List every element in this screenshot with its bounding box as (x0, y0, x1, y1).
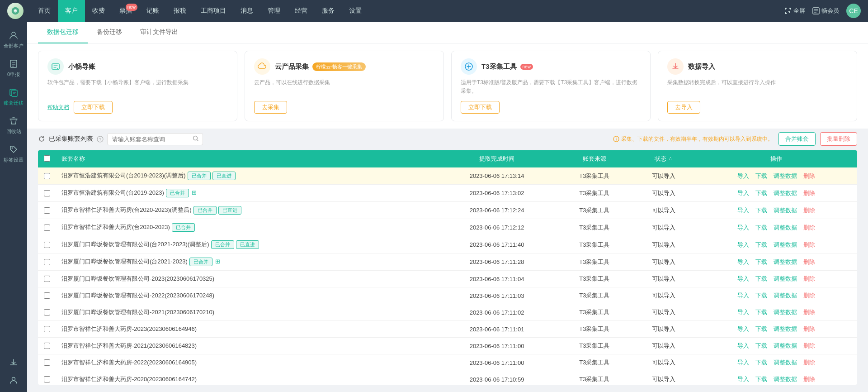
nav-home[interactable]: 首页 (31, 0, 58, 22)
row-import-link[interactable]: 导入 (737, 292, 749, 300)
card-import-go-btn[interactable]: 去导入 (667, 101, 700, 114)
sidebar-item-recycle[interactable]: 回收站 (0, 111, 27, 139)
row-adjust-link[interactable]: 调整数据 (774, 206, 797, 215)
row-download-link[interactable]: 下载 (755, 325, 767, 333)
sidebar-item-tag-settings[interactable]: 标签设置 (0, 139, 27, 168)
row-delete-link[interactable]: 删除 (803, 224, 815, 232)
nav-tax[interactable]: 报税 (166, 0, 193, 22)
row-download-link[interactable]: 下载 (755, 359, 767, 367)
row-download-link[interactable]: 下载 (755, 224, 767, 232)
row-adjust-link[interactable]: 调整数据 (774, 258, 797, 266)
row-download-link[interactable]: 下载 (755, 258, 767, 266)
row-adjust-link[interactable]: 调整数据 (774, 189, 797, 197)
row-delete-link[interactable]: 删除 (803, 292, 815, 300)
member-btn[interactable]: 畅会员 (812, 7, 839, 15)
row-checkbox[interactable] (44, 276, 50, 282)
row-download-link[interactable]: 下载 (755, 241, 767, 249)
row-checkbox[interactable] (44, 309, 50, 316)
row-import-link[interactable]: 导入 (737, 206, 749, 215)
tab-data-migration[interactable]: 数据包迁移 (38, 22, 88, 43)
row-checkbox[interactable] (44, 242, 50, 248)
search-button[interactable] (189, 134, 203, 145)
row-download-link[interactable]: 下载 (755, 189, 767, 197)
nav-service[interactable]: 服务 (315, 0, 342, 22)
fullscreen-btn[interactable]: 全屏 (784, 7, 805, 15)
row-import-link[interactable]: 导入 (737, 258, 749, 266)
row-adjust-link[interactable]: 调整数据 (774, 275, 797, 283)
row-import-link[interactable]: 导入 (737, 342, 749, 350)
row-import-link[interactable]: 导入 (737, 172, 749, 180)
user-settings-icon[interactable] (9, 375, 19, 385)
row-delete-link[interactable]: 删除 (803, 308, 815, 316)
row-delete-link[interactable]: 删除 (803, 206, 815, 215)
nav-settings[interactable]: 设置 (342, 0, 369, 22)
row-checkbox[interactable] (44, 343, 50, 349)
th-status[interactable]: 状态 (632, 150, 695, 167)
row-delete-link[interactable]: 删除 (803, 241, 815, 249)
row-download-link[interactable]: 下载 (755, 375, 767, 383)
row-download-link[interactable]: 下载 (755, 172, 767, 180)
row-download-link[interactable]: 下载 (755, 342, 767, 350)
row-delete-link[interactable]: 删除 (803, 342, 815, 350)
sidebar-item-all-clients[interactable]: 全部客户 (0, 25, 27, 54)
row-checkbox[interactable] (44, 207, 50, 214)
logo[interactable] (7, 3, 24, 19)
row-adjust-link[interactable]: 调整数据 (774, 342, 797, 350)
row-adjust-link[interactable]: 调整数据 (774, 241, 797, 249)
row-import-link[interactable]: 导入 (737, 359, 749, 367)
row-import-link[interactable]: 导入 (737, 241, 749, 249)
nav-business[interactable]: 工商项目 (193, 0, 233, 22)
row-adjust-link[interactable]: 调整数据 (774, 292, 797, 300)
row-import-link[interactable]: 导入 (737, 275, 749, 283)
search-input[interactable] (108, 134, 189, 144)
sidebar-item-account-migration[interactable]: 账套迁移 (0, 82, 27, 111)
row-adjust-link[interactable]: 调整数据 (774, 325, 797, 333)
user-avatar[interactable]: CE (846, 4, 861, 18)
row-download-link[interactable]: 下载 (755, 292, 767, 300)
row-adjust-link[interactable]: 调整数据 (774, 359, 797, 367)
batch-delete-btn[interactable]: 批量删除 (820, 132, 857, 146)
download-icon[interactable] (9, 358, 19, 368)
row-delete-link[interactable]: 删除 (803, 258, 815, 266)
nav-client[interactable]: 客户 (58, 0, 85, 22)
card-cloud-collect-btn[interactable]: 去采集 (254, 101, 287, 114)
row-checkbox[interactable] (44, 376, 50, 382)
row-delete-link[interactable]: 删除 (803, 172, 815, 180)
row-delete-link[interactable]: 删除 (803, 325, 815, 333)
nav-invoice[interactable]: 票据new (112, 0, 139, 22)
card-xiaochang-download-btn[interactable]: 立即下载 (74, 101, 113, 114)
row-adjust-link[interactable]: 调整数据 (774, 224, 797, 232)
row-adjust-link[interactable]: 调整数据 (774, 308, 797, 316)
refresh-icon[interactable] (38, 135, 45, 143)
row-checkbox[interactable] (44, 292, 50, 299)
row-delete-link[interactable]: 删除 (803, 275, 815, 283)
nav-bookkeeping[interactable]: 记账 (139, 0, 166, 22)
row-adjust-link[interactable]: 调整数据 (774, 172, 797, 180)
row-import-link[interactable]: 导入 (737, 308, 749, 316)
card-xiaochang-help-link[interactable]: 帮助文档 (47, 104, 69, 111)
select-all-checkbox[interactable] (44, 155, 50, 162)
nav-manage[interactable]: 管理 (260, 0, 288, 22)
nav-operation[interactable]: 经营 (288, 0, 315, 22)
nav-message[interactable]: 消息 (233, 0, 260, 22)
row-import-link[interactable]: 导入 (737, 189, 749, 197)
row-delete-link[interactable]: 删除 (803, 189, 815, 197)
merge-account-btn[interactable]: 合并账套 (778, 132, 816, 146)
row-checkbox[interactable] (44, 173, 50, 179)
sidebar-item-zero-report[interactable]: 0申报 (0, 54, 27, 82)
tab-audit-export[interactable]: 审计文件导出 (131, 22, 187, 43)
tab-backup-migration[interactable]: 备份迁移 (88, 22, 131, 43)
row-adjust-link[interactable]: 调整数据 (774, 375, 797, 383)
row-download-link[interactable]: 下载 (755, 206, 767, 215)
row-download-link[interactable]: 下载 (755, 275, 767, 283)
nav-fee[interactable]: 收费 (85, 0, 112, 22)
row-checkbox[interactable] (44, 259, 50, 265)
row-download-link[interactable]: 下载 (755, 308, 767, 316)
row-import-link[interactable]: 导入 (737, 224, 749, 232)
row-delete-link[interactable]: 删除 (803, 375, 815, 383)
row-checkbox[interactable] (44, 225, 50, 231)
row-delete-link[interactable]: 删除 (803, 359, 815, 367)
row-import-link[interactable]: 导入 (737, 375, 749, 383)
row-import-link[interactable]: 导入 (737, 325, 749, 333)
card-t3-download-btn[interactable]: 立即下载 (461, 101, 500, 114)
